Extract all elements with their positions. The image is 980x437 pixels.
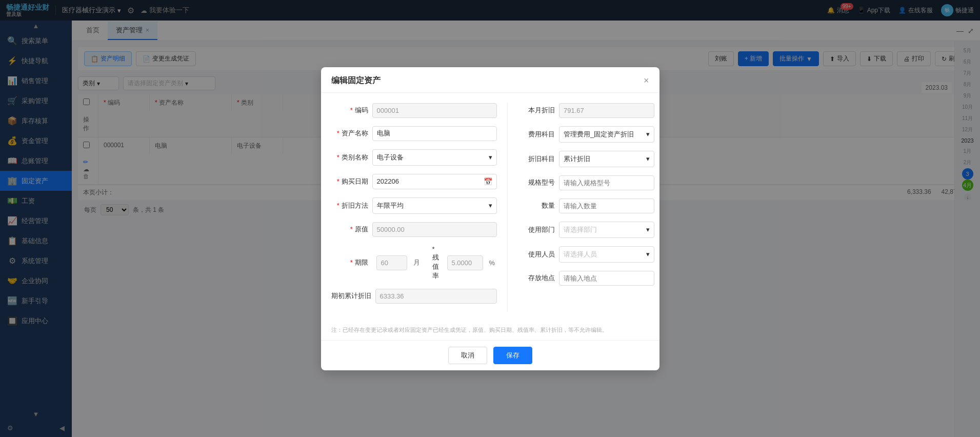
form-label-category: 类别名称 (331, 153, 372, 162)
modal-footer-note: 注：已经存在变更记录或者对应固定资产已经生成凭证，原值、购买日期、残值率、累计折… (321, 322, 659, 340)
save-button[interactable]: 保存 (493, 347, 532, 364)
expense-subject-select[interactable]: 管理费用_固定资产折旧 ▾ (559, 126, 654, 143)
edit-asset-modal: 编辑固定资产 × 编码 资产名称 类别名称 (321, 67, 659, 370)
form-row-dept: 使用部门 请选择部门 ▾ (518, 222, 654, 238)
code-input[interactable] (372, 103, 497, 118)
modal-left: 编码 资产名称 类别名称 电子设备 ▾ (331, 103, 508, 312)
purchase-date-input[interactable]: 202206 📅 (372, 174, 497, 189)
form-row-code: 编码 (331, 103, 497, 118)
dep-subject-chevron-icon: ▾ (646, 155, 650, 163)
dept-select[interactable]: 请选择部门 ▾ (559, 222, 654, 238)
quantity-input[interactable] (559, 198, 654, 213)
category-chevron-icon: ▾ (489, 153, 492, 161)
form-label-dept: 使用部门 (518, 225, 559, 234)
form-label-name: 资产名称 (331, 129, 372, 138)
expense-subject-chevron-icon: ▾ (646, 130, 650, 138)
modal-header: 编辑固定资产 × (321, 67, 659, 93)
form-label-monthly-dep: 本月折旧 (518, 106, 559, 115)
user-select[interactable]: 请选择人员 ▾ (559, 246, 654, 263)
form-row-user: 使用人员 请选择人员 ▾ (518, 246, 654, 263)
form-row-dep-method: 折旧方法 年限平均 ▾ (331, 197, 497, 214)
dep-subject-value: 累计折旧 (564, 154, 590, 164)
form-label-original-value: 原值 (331, 225, 372, 234)
modal-right: 本月折旧 费用科目 管理费用_固定资产折旧 ▾ 折旧科目 累计折旧 (508, 103, 654, 312)
form-label-init-dep: 期初累计折旧 (331, 291, 375, 301)
dep-method-select[interactable]: 年限平均 ▾ (372, 197, 497, 214)
modal-body: 编码 资产名称 类别名称 电子设备 ▾ (321, 93, 659, 322)
cancel-button[interactable]: 取消 (448, 347, 487, 364)
period-input[interactable] (376, 255, 407, 270)
modal-footer: 取消 保存 (321, 340, 659, 370)
dep-method-chevron-icon: ▾ (489, 202, 492, 209)
form-label-spec-model: 规格型号 (518, 178, 559, 187)
dep-method-value: 年限平均 (377, 201, 404, 210)
category-select-value: 电子设备 (377, 153, 404, 162)
form-label-location: 存放地点 (518, 273, 559, 283)
form-label-code: 编码 (331, 106, 372, 115)
form-row-spec-model: 规格型号 (518, 175, 654, 190)
modal-close-button[interactable]: × (644, 75, 649, 86)
form-row-category: 类别名称 电子设备 ▾ (331, 149, 497, 166)
period-unit-label: 月 (411, 258, 422, 267)
form-label-dep-method: 折旧方法 (331, 201, 372, 210)
form-row-purchase-date: 购买日期 202206 📅 (331, 174, 497, 189)
original-value-input[interactable] (372, 222, 497, 237)
residual-rate-label: * 残值率 (430, 245, 441, 281)
modal-title: 编辑固定资产 (331, 75, 381, 86)
form-row-quantity: 数量 (518, 198, 654, 213)
dept-chevron-icon: ▾ (646, 226, 650, 233)
form-row-location: 存放地点 (518, 271, 654, 286)
user-placeholder: 请选择人员 (564, 250, 597, 259)
form-label-user: 使用人员 (518, 250, 559, 259)
form-row-dep-subject: 折旧科目 累计折旧 ▾ (518, 151, 654, 167)
dept-placeholder: 请选择部门 (564, 225, 597, 234)
monthly-dep-input[interactable] (559, 103, 654, 118)
expense-subject-value: 管理费用_固定资产折旧 (564, 130, 634, 139)
spec-model-input[interactable] (559, 175, 654, 190)
form-label-purchase-date: 购买日期 (331, 177, 372, 186)
residual-rate-input[interactable] (447, 255, 483, 270)
init-dep-input[interactable] (375, 289, 497, 304)
form-label-expense-subject: 费用科目 (518, 130, 559, 139)
name-input[interactable] (372, 126, 497, 141)
modal-overlay: 编辑固定资产 × 编码 资产名称 类别名称 (0, 0, 980, 437)
dep-subject-select[interactable]: 累计折旧 ▾ (559, 151, 654, 167)
form-row-init-dep: 期初累计折旧 (331, 289, 497, 304)
form-row-original-value: 原值 (331, 222, 497, 237)
form-label-dep-subject: 折旧科目 (518, 154, 559, 164)
calendar-icon: 📅 (484, 177, 492, 186)
category-select[interactable]: 电子设备 ▾ (372, 149, 497, 166)
form-row-period-residual: 期限 月 * 残值率 % (331, 245, 497, 281)
form-label-quantity: 数量 (518, 201, 559, 210)
location-input[interactable] (559, 271, 654, 286)
residual-rate-unit: % (487, 259, 497, 267)
form-row-name: 资产名称 (331, 126, 497, 141)
user-chevron-icon: ▾ (646, 250, 650, 258)
form-row-monthly-dep: 本月折旧 (518, 103, 654, 118)
form-label-period: 期限 (331, 258, 372, 267)
purchase-date-value: 202206 (377, 177, 399, 185)
form-row-expense-subject: 费用科目 管理费用_固定资产折旧 ▾ (518, 126, 654, 143)
